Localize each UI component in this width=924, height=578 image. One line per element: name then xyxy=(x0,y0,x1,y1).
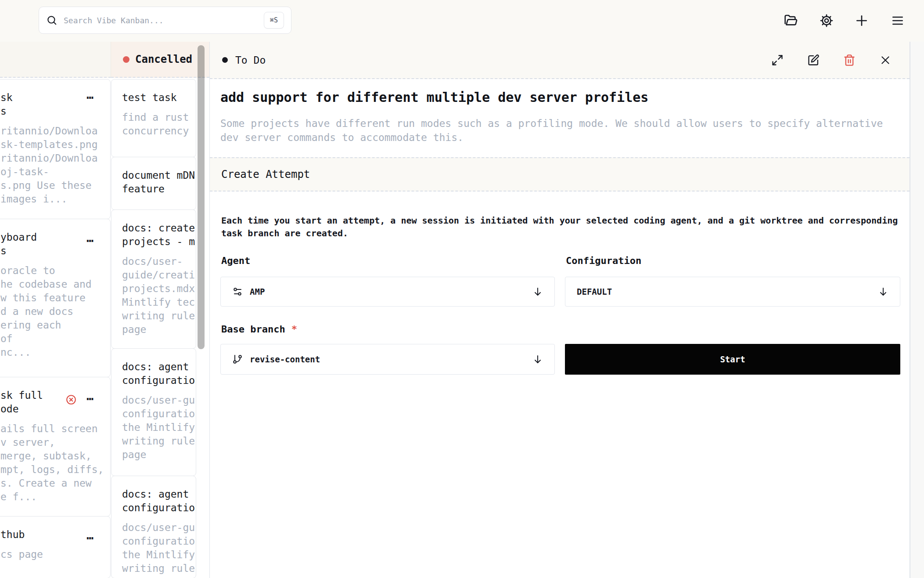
required-asterisk: * xyxy=(291,324,297,335)
expand-icon xyxy=(771,54,784,66)
board-right-edge xyxy=(910,42,924,578)
arrow-down-icon xyxy=(878,286,888,297)
search-placeholder: Search Vibe Kanban... xyxy=(64,16,264,25)
task-card-title: thub xyxy=(0,528,110,542)
task-card-description: docs/user-gu configuration the Mintlify … xyxy=(122,521,196,575)
expand-panel-button[interactable] xyxy=(771,54,784,67)
task-card-description: cs page xyxy=(0,548,110,561)
task-card[interactable]: docs: agent configurationdocs/user-gu co… xyxy=(111,348,196,476)
card-menu-icon[interactable]: ⋯ xyxy=(86,95,93,100)
task-card[interactable]: docs: create projects - mdocs/user- guid… xyxy=(111,210,196,349)
column-header-left xyxy=(0,42,111,78)
task-card[interactable]: sk full odeails full screen v server, me… xyxy=(0,377,111,517)
task-card-title: docs: agent configuration xyxy=(122,360,196,387)
task-card-title: sk full ode xyxy=(0,389,110,416)
base-branch-select[interactable]: revise-content xyxy=(220,344,555,375)
cancelled-circle-x-icon xyxy=(65,394,77,405)
search-input[interactable]: Search Vibe Kanban... ⌘S xyxy=(39,7,291,34)
plus-icon xyxy=(855,14,869,28)
task-card-description: ritannio/Downloa sk-templates.png ritann… xyxy=(0,124,110,206)
base-branch-value: revise-content xyxy=(250,354,320,364)
todo-status-dot xyxy=(222,57,228,63)
card-menu-icon[interactable]: ⋯ xyxy=(86,536,93,540)
gear-icon xyxy=(820,14,834,28)
configuration-label: Configuration xyxy=(566,255,641,266)
task-card-title: docs: create projects - m xyxy=(122,221,196,249)
task-card-title: docs: agent configuration xyxy=(122,488,196,515)
edit-task-button[interactable] xyxy=(807,54,820,67)
arrow-down-icon xyxy=(532,286,543,297)
task-card[interactable]: yboard soracle to he codebase and w this… xyxy=(0,219,111,377)
attempt-info-text: Each time you start an attempt, a new se… xyxy=(221,214,899,240)
panel-header: To Do xyxy=(210,42,910,79)
task-card-title: sk s xyxy=(0,91,110,118)
task-card-description: find a rust fi concurrency xyxy=(122,111,196,138)
close-panel-button[interactable] xyxy=(879,54,892,67)
task-card[interactable]: docs: agent configurationdocs/user-gu co… xyxy=(111,476,196,578)
create-task-button[interactable] xyxy=(853,12,870,29)
trash-icon xyxy=(843,54,856,66)
task-card-description: oracle to he codebase and w this feature… xyxy=(0,264,110,359)
git-branch-icon xyxy=(232,354,243,365)
task-card-description: ails full screen v server, merge, subtas… xyxy=(0,422,110,504)
board-vertical-scrollbar[interactable] xyxy=(198,45,205,349)
arrow-down-icon xyxy=(532,354,543,365)
task-card-title: yboard s xyxy=(0,231,110,258)
search-icon xyxy=(46,14,58,26)
task-title: add support for different multiple dev s… xyxy=(220,90,648,105)
task-status-label: To Do xyxy=(235,54,266,66)
main-menu-button[interactable] xyxy=(889,12,906,29)
delete-task-button[interactable] xyxy=(843,54,856,67)
search-shortcut-badge: ⌘S xyxy=(264,12,284,29)
hamburger-menu-icon xyxy=(891,14,905,28)
task-card[interactable]: test taskfind a rust fi concurrency xyxy=(111,79,196,157)
edit-pencil-icon xyxy=(807,54,820,66)
open-folder-button[interactable] xyxy=(783,12,799,29)
configuration-select[interactable]: DEFAULT xyxy=(565,277,900,307)
task-card-title: test task xyxy=(122,91,196,105)
close-icon xyxy=(880,54,891,66)
kanban-board: Cancelled sk sritannio/Downloa sk-templa… xyxy=(0,42,209,578)
configuration-value: DEFAULT xyxy=(577,287,612,296)
card-menu-icon[interactable]: ⋯ xyxy=(86,397,93,401)
task-description: Some projects have different run modes s… xyxy=(220,116,899,144)
top-bar: Search Vibe Kanban... ⌘S xyxy=(0,0,924,42)
folder-open-icon xyxy=(784,14,798,28)
task-card-description: docs/user- guide/creati projects.mdx Min… xyxy=(122,255,196,336)
card-menu-icon[interactable]: ⋯ xyxy=(86,238,93,243)
start-attempt-button[interactable]: Start xyxy=(565,344,900,375)
agent-select[interactable]: AMP xyxy=(220,277,555,307)
task-card-description: docs/user-gu configuration the Mintlify … xyxy=(122,394,196,462)
task-card-title: document mDN feature xyxy=(122,169,196,196)
base-branch-label: Base branch* xyxy=(221,324,297,335)
column-title: Cancelled xyxy=(135,53,192,65)
cancelled-status-dot xyxy=(123,56,129,63)
column-header-cancelled: Cancelled xyxy=(111,42,209,78)
agent-value: AMP xyxy=(250,287,265,296)
agent-label: Agent xyxy=(221,255,250,266)
settings-button[interactable] xyxy=(818,12,835,29)
task-card[interactable]: sk sritannio/Downloa sk-templates.png ri… xyxy=(0,79,111,219)
task-detail-panel: To Do add su xyxy=(209,42,910,578)
section-title: Create Attempt xyxy=(221,168,310,181)
sliders-icon xyxy=(232,286,243,297)
task-card[interactable]: document mDN feature xyxy=(111,157,196,210)
task-card[interactable]: thubcs page⋯ xyxy=(0,516,111,578)
create-attempt-section-header: Create Attempt xyxy=(210,157,910,191)
